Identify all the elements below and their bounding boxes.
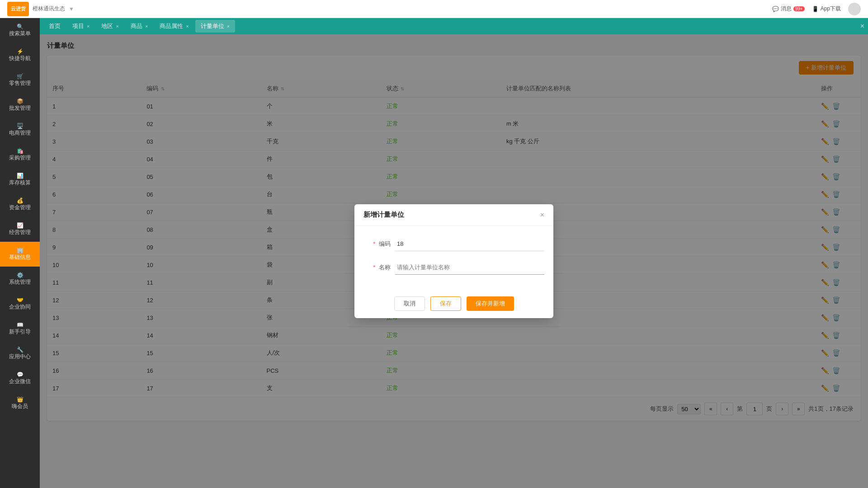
name-label: * 名称 [363, 263, 391, 272]
sidebar-item-label: 库存核算 [4, 179, 36, 187]
modal-body: * 编码 * 名称 [354, 226, 553, 291]
sidebar-item-label: 电商管理 [4, 129, 36, 137]
modal-overlay: 新增计量单位 × * 编码 * [40, 34, 868, 488]
sidebar-item-retail[interactable]: 🛒 零售管理 [0, 68, 40, 93]
tab-region-close[interactable]: × [116, 23, 118, 29]
required-star-code: * [373, 240, 375, 247]
sidebar-item-appcenter[interactable]: 🔧 应用中心 [0, 341, 40, 366]
message-btn[interactable]: 💬 消息 99+ [772, 5, 805, 13]
sidebar-item-finance[interactable]: 💰 资金管理 [0, 192, 40, 217]
sidebar-item-label: 经营管理 [4, 229, 36, 236]
code-label: * 编码 [363, 240, 391, 248]
basic-info-icon: 🏢 [4, 247, 36, 253]
sidebar-item-wholesale[interactable]: 📦 批发管理 [0, 93, 40, 117]
sidebar-item-basic-info[interactable]: 🏢 基础信息 [0, 242, 40, 267]
save-button[interactable]: 保存 [430, 296, 461, 311]
search-menu-icon: 🔍 [4, 23, 36, 30]
sidebar-item-operations[interactable]: 📈 经营管理 [0, 217, 40, 242]
sidebar-item-inventory[interactable]: 📊 库存核算 [0, 167, 40, 192]
wholesale-icon: 📦 [4, 98, 36, 104]
sidebar-item-label: 采购管理 [4, 154, 36, 162]
tab-home[interactable]: 首页 [43, 20, 66, 33]
main-layout: 🔍 搜索菜单 ⚡ 快捷导航 🛒 零售管理 📦 批发管理 🖥️ 电商管理 🛍️ 采… [0, 18, 868, 488]
message-label: 消息 [781, 5, 792, 13]
modal-title: 新增计量单位 [363, 211, 404, 219]
wechat-icon: 💬 [4, 371, 36, 378]
appcenter-icon: 🔧 [4, 347, 36, 353]
system-icon: ⚙️ [4, 272, 36, 278]
sidebar-item-label: 资金管理 [4, 204, 36, 211]
sidebar-item-label: 应用中心 [4, 353, 36, 361]
tab-product-attr-close[interactable]: × [186, 23, 189, 29]
enterprise-icon: 🤝 [4, 297, 36, 303]
sidebar-item-system[interactable]: ⚙️ 系统管理 [0, 267, 40, 291]
cancel-button[interactable]: 取消 [394, 296, 425, 311]
dropdown-arrow-icon[interactable]: ▼ [69, 6, 74, 12]
tab-project[interactable]: 项目 × [67, 20, 95, 33]
add-unit-modal: 新增计量单位 × * 编码 * [354, 204, 553, 318]
tab-project-close[interactable]: × [87, 23, 90, 29]
content-area: 首页 项目 × 地区 × 商品 × 商品属性 × 计量单位 × × [40, 18, 868, 488]
app-icon: 📱 [812, 6, 819, 12]
sidebar-item-quicknav[interactable]: ⚡ 快捷导航 [0, 43, 40, 68]
app-download-btn[interactable]: 📱 App下载 [812, 5, 841, 13]
sidebar-item-label: 零售管理 [4, 80, 36, 87]
avatar[interactable] [848, 3, 861, 15]
code-label-text: 编码 [379, 240, 391, 247]
page-content: 计量单位 + 新增计量单位 序号 编码 [40, 34, 868, 488]
tab-unit-label: 计量单位 [201, 22, 224, 30]
tab-region-label: 地区 [101, 22, 113, 30]
retail-icon: 🛒 [4, 73, 36, 80]
logo-icon: 云进货 [7, 2, 29, 16]
sidebar-item-enterprise[interactable]: 🤝 企业协同 [0, 291, 40, 316]
app-download-label: App下载 [821, 5, 841, 13]
sidebar-item-member[interactable]: 👑 嗨会员 [0, 391, 40, 416]
form-row-name: * 名称 [363, 260, 544, 275]
tab-product-attr[interactable]: 商品属性 × [154, 20, 194, 33]
modal-close-btn[interactable]: × [540, 211, 544, 219]
ecommerce-icon: 🖥️ [4, 123, 36, 129]
member-icon: 👑 [4, 396, 36, 403]
tab-home-label: 首页 [49, 22, 61, 30]
guide-icon: 📖 [4, 322, 36, 328]
sidebar-item-label: 快捷导航 [4, 55, 36, 62]
save-and-new-button[interactable]: 保存并新增 [467, 296, 514, 311]
sidebar-item-guide[interactable]: 📖 新手引导 [0, 316, 40, 341]
logo-text: 云进货 [11, 5, 26, 12]
quicknav-icon: ⚡ [4, 48, 36, 55]
tab-region[interactable]: 地区 × [96, 20, 124, 33]
top-header: 云进货 橙林通讯生态 ▼ 💬 消息 99+ 📱 App下载 [0, 0, 868, 18]
name-input[interactable] [395, 260, 544, 275]
tab-product-label: 商品 [131, 22, 142, 30]
form-row-code: * 编码 [363, 237, 544, 251]
tab-unit[interactable]: 计量单位 × [195, 20, 235, 33]
company-name: 橙林通讯生态 [33, 5, 65, 13]
sidebar-item-label: 系统管理 [4, 278, 36, 286]
sidebar-item-label: 嗨会员 [4, 403, 36, 410]
required-star-name: * [373, 264, 375, 271]
modal-footer: 取消 保存 保存并新增 [354, 291, 553, 318]
code-input[interactable] [395, 237, 544, 251]
tab-unit-close[interactable]: × [227, 23, 230, 29]
tab-product-close[interactable]: × [145, 23, 148, 29]
inventory-icon: 📊 [4, 173, 36, 179]
sidebar-item-label: 新手引导 [4, 328, 36, 336]
name-label-text: 名称 [379, 264, 391, 271]
sidebar-item-label: 企业协同 [4, 303, 36, 311]
sidebar-item-search[interactable]: 🔍 搜索菜单 [0, 18, 40, 43]
sidebar-item-wechat[interactable]: 💬 企业微信 [0, 366, 40, 391]
message-badge: 99+ [793, 6, 805, 11]
sidebar-item-label: 批发管理 [4, 104, 36, 112]
operations-icon: 📈 [4, 222, 36, 229]
tab-product[interactable]: 商品 × [125, 20, 153, 33]
tab-project-label: 项目 [72, 22, 84, 30]
sidebar-item-purchase[interactable]: 🛍️ 采购管理 [0, 142, 40, 167]
sidebar: 🔍 搜索菜单 ⚡ 快捷导航 🛒 零售管理 📦 批发管理 🖥️ 电商管理 🛍️ 采… [0, 18, 40, 488]
sidebar-item-ecommerce[interactable]: 🖥️ 电商管理 [0, 117, 40, 142]
tab-bar-close-all[interactable]: × [860, 22, 864, 30]
sidebar-item-label: 搜索菜单 [4, 30, 36, 38]
logo-area: 云进货 橙林通讯生态 ▼ [7, 2, 74, 16]
purchase-icon: 🛍️ [4, 148, 36, 154]
tab-bar: 首页 项目 × 地区 × 商品 × 商品属性 × 计量单位 × × [40, 18, 868, 34]
tab-product-attr-label: 商品属性 [160, 22, 183, 30]
